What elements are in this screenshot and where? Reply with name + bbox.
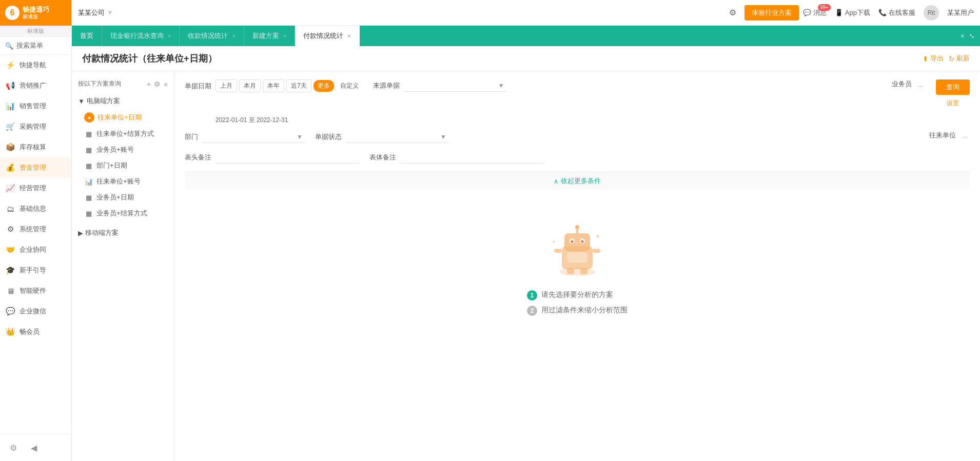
date-custom[interactable]: 自定义 [336, 80, 363, 92]
filter-voucher-status: 单据状态 ▼ [315, 131, 919, 143]
export-button[interactable]: ⬆ 导出 [923, 54, 944, 63]
body-note-input[interactable] [400, 151, 544, 164]
source-voucher-select[interactable] [404, 79, 506, 92]
tab-new-scheme[interactable]: 新建方案× [244, 26, 295, 46]
scheme-item-dept-date[interactable]: ▦部门+日期 [78, 158, 172, 173]
message-icon: 💬 [803, 9, 811, 16]
tab-payment-stat[interactable]: 付款情况统计× [295, 26, 359, 46]
scheme-item-partner-account[interactable]: 📊往来单位+账号 [78, 174, 172, 189]
topbar-right: 💬 消息 99+ 📱 App下载 📞 在线客服 Rit 某某用户 [803, 5, 974, 21]
scheme-list-desktop: ●往来单位+日期▦往来单位+结算方式▦业务员+账号▦部门+日期📊往来单位+账号▦… [72, 109, 174, 221]
header-note-input[interactable] [215, 151, 359, 164]
dept-select[interactable] [202, 131, 305, 143]
filter-row-2: 部门 ▼ 单据状态 [185, 131, 970, 143]
scheme-settings-button[interactable]: ⚙ [154, 80, 161, 88]
sidebar-item-label: 企业微信 [19, 307, 46, 316]
sidebar-item-guide[interactable]: 🎓 新手引导 [0, 260, 71, 280]
tab-income-stat[interactable]: 收款情况统计× [180, 26, 244, 46]
scheme-panel-title: 按以下方案查询 [78, 79, 121, 88]
sidebar-item-quick-nav[interactable]: ⚡ 快捷导航 [0, 55, 71, 75]
scheme-item-staff-account[interactable]: ▦业务员+账号 [78, 142, 172, 157]
online-service-button[interactable]: 📞 在线客服 [878, 8, 915, 17]
sidebar-item-system[interactable]: ⚙ 系统管理 [0, 219, 71, 239]
partner-more-button[interactable]: ... [960, 132, 970, 139]
scheme-item-partner-settlement[interactable]: ▦往来单位+结算方式 [78, 126, 172, 142]
sidebar-nav: ⚡ 快捷导航📢 营销推广📊 销售管理🛒 采购管理📦 库存核算💰 资金管理📈 经营… [0, 55, 71, 434]
topbar-settings-button[interactable]: ⚙ [725, 5, 740, 21]
tab-close-new-scheme[interactable]: × [283, 33, 286, 39]
scheme-item-label: 业务员+结算方式 [96, 209, 147, 218]
svg-text:✦: ✦ [552, 239, 556, 245]
scheme-panel-header: 按以下方案查询 + ⚙ « [72, 76, 174, 91]
sidebar-item-label: 畅会员 [19, 327, 40, 336]
enterprise-icon: 🤝 [5, 245, 15, 255]
source-voucher-label: 来源单据 [373, 81, 400, 90]
search-menu[interactable]: 🔍 搜索菜单 [0, 37, 71, 55]
svg-point-6 [581, 240, 584, 243]
sidebar-item-label: 经营管理 [19, 184, 46, 193]
refresh-button[interactable]: ↻ 刷新 [949, 54, 970, 63]
body-note-label: 表体备注 [369, 153, 396, 162]
tab-bank-flow[interactable]: 现金银行流水查询× [102, 26, 180, 46]
breadcrumb-arrow[interactable]: ▼ [107, 9, 113, 16]
date-last-month[interactable]: 上月 [215, 79, 237, 92]
sidebar-item-marketing[interactable]: 📢 营销推广 [0, 75, 71, 96]
app-icon: 📱 [835, 9, 843, 16]
filter-settings-link[interactable]: 设置 [947, 99, 959, 108]
add-scheme-button[interactable]: + [147, 80, 151, 88]
scheme-item-staff-settlement[interactable]: ▦业务员+结算方式 [78, 206, 172, 221]
dept-select-wrap: ▼ [202, 131, 305, 143]
voucher-status-select[interactable] [346, 131, 448, 143]
app-download-button[interactable]: 📱 App下载 [835, 8, 870, 17]
user-name[interactable]: 某某用户 [947, 8, 974, 17]
staff-more-button[interactable]: ... [916, 81, 926, 88]
sidebar-item-member[interactable]: 👑 畅会员 [0, 322, 71, 342]
sidebar-item-purchase[interactable]: 🛒 采购管理 [0, 116, 71, 137]
collapse-conditions-button[interactable]: ∧ 收起更多条件 [185, 172, 970, 190]
logo-icon: 6 [5, 6, 19, 20]
tab-home[interactable]: 首页 [72, 26, 102, 46]
voucher-status-label: 单据状态 [315, 132, 342, 142]
sidebar-item-hardware[interactable]: 🖥 智能硬件 [0, 280, 71, 301]
scheme-item-partner-date[interactable]: ●往来单位+日期 [78, 109, 172, 126]
sidebar-item-label: 系统管理 [19, 225, 46, 234]
avatar[interactable]: Rit [924, 5, 939, 21]
sidebar-item-inventory[interactable]: 📦 库存核算 [0, 137, 71, 157]
page-header: 付款情况统计（往来单位+日期） ⬆ 导出 ↻ 刷新 [72, 46, 980, 71]
scheme-collapse-button[interactable]: « [164, 80, 168, 88]
tabbar-actions: × ⤡ [955, 26, 980, 46]
close-tab-button[interactable]: × [961, 32, 965, 40]
sidebar-settings-button[interactable]: ⚙ [5, 439, 22, 456]
tab-close-payment-stat[interactable]: × [347, 33, 350, 39]
query-button[interactable]: 查询 [936, 79, 970, 95]
tab-close-income-stat[interactable]: × [232, 33, 235, 39]
sidebar-item-basic[interactable]: 🗂 基础信息 [0, 198, 71, 219]
date-this-month[interactable]: 本月 [239, 79, 261, 92]
sidebar-logo: 6 畅捷通巧 标准版 [0, 0, 71, 26]
empty-hint-1: 1 请先选择要分析的方案 [527, 290, 628, 300]
sidebar-item-capital[interactable]: 💰 资金管理 [0, 157, 71, 178]
sidebar-item-sales[interactable]: 📊 销售管理 [0, 96, 71, 116]
trial-button[interactable]: 体验行业方案 [744, 5, 799, 21]
voucher-status-select-wrap: ▼ [346, 131, 448, 143]
header-note-label: 表头备注 [185, 153, 211, 162]
tab-close-bank-flow[interactable]: × [168, 33, 171, 39]
sidebar-item-wechat[interactable]: 💬 企业微信 [0, 301, 71, 322]
sidebar-item-enterprise[interactable]: 🤝 企业协同 [0, 239, 71, 260]
maximize-button[interactable]: ⤡ [969, 32, 975, 40]
table-icon: ▦ [84, 161, 93, 170]
sidebar-item-operation[interactable]: 📈 经营管理 [0, 178, 71, 198]
messages-button[interactable]: 💬 消息 99+ [803, 8, 827, 17]
mobile-category-header[interactable]: ▶ 移动端方案 [72, 225, 174, 240]
date-this-year[interactable]: 本年 [263, 79, 284, 92]
scheme-item-label: 往来单位+账号 [96, 177, 141, 186]
source-voucher-select-wrap: ▼ [404, 79, 506, 92]
topbar: 某某公司 ▼ ⚙ 体验行业方案 💬 消息 99+ 📱 App下载 📞 在线客服 [72, 0, 980, 26]
scheme-item-staff-date[interactable]: ▦业务员+日期 [78, 190, 172, 205]
date-option-group: 上月 本月 本年 近7天 更多 自定义 [215, 79, 363, 92]
desktop-category: ▼ 电脑端方案 ●往来单位+日期▦往来单位+结算方式▦业务员+账号▦部门+日期📊… [72, 93, 174, 221]
desktop-category-header[interactable]: ▼ 电脑端方案 [72, 93, 174, 109]
sidebar-collapse-button[interactable]: ◀ [26, 439, 42, 456]
date-7days[interactable]: 近7天 [286, 79, 311, 92]
date-more-button[interactable]: 更多 [313, 80, 334, 92]
